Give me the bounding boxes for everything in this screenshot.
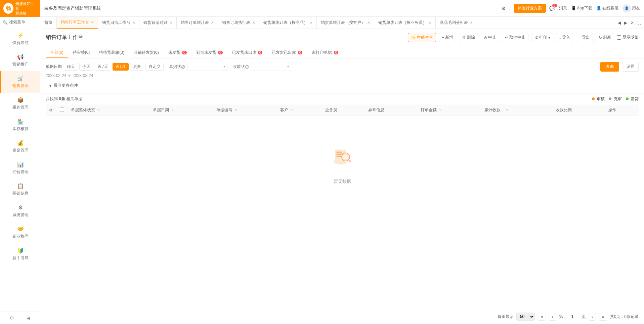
print-btn[interactable]: 🖨 打印 ▾	[531, 33, 553, 42]
sidebar-item-label: 营销推广	[12, 62, 29, 67]
filter-tab-shipped-out[interactable]: 已发货已出库 0	[267, 48, 307, 58]
date-btn-custom[interactable]: 自定义	[145, 63, 164, 71]
payment-select[interactable]	[251, 63, 291, 71]
settings-bottom-btn[interactable]: ⚙	[10, 315, 14, 321]
filter-tab-pending-inspect[interactable]: 待拣货装箱(0)	[94, 48, 129, 58]
date-btn-1month[interactable]: 近1月	[113, 63, 129, 71]
sidebar-item-enterprise[interactable]: 🤝 企业协同	[0, 222, 40, 243]
tab-sales-stats[interactable]: 销售订单统计表 ✕	[177, 17, 218, 29]
expand-conditions-btn[interactable]: ▼ 展开更多条件	[46, 81, 639, 90]
cancel-pause-btn[interactable]: ↩ 取消中止	[502, 33, 528, 42]
sidebar-item-finance[interactable]: 💰 资金管理	[0, 136, 40, 157]
delete-btn[interactable]: 🗑 删除	[459, 33, 478, 42]
filter-tab-wangpu-ship[interactable]: 旺铺待发货(0)	[129, 48, 164, 58]
tab-sales-exec[interactable]: 销售订单执行表 ✕	[218, 17, 259, 29]
date-btn-more[interactable]: 更多	[130, 63, 144, 71]
refresh-btn[interactable]: ↻ 刷新	[596, 33, 614, 42]
tab-close-icon[interactable]: ✕	[470, 21, 473, 25]
sidebar-item-label: 采购管理	[12, 105, 29, 110]
user-menu[interactable]: 👤 用友	[622, 4, 640, 12]
next-page-btn[interactable]: ›	[589, 313, 596, 321]
add-btn[interactable]: + 新增	[439, 33, 456, 42]
sidebar-item-basic-info[interactable]: 📋 基础信息	[0, 179, 40, 200]
industry-btn[interactable]: 体验行业方案	[514, 4, 546, 13]
search-action-btns: 查询 设置	[600, 62, 639, 72]
print-dropdown-icon: ▾	[548, 35, 550, 40]
sidebar-item-marketing[interactable]: 📢 营销推广	[0, 50, 40, 71]
tab-close-icon[interactable]: ✕	[367, 21, 370, 25]
sort-customer-icon[interactable]: ⇅	[290, 108, 293, 112]
sidebar-item-quick-nav[interactable]: ⚡ 快捷导航	[0, 28, 40, 50]
message-btn[interactable]: 💬 6	[549, 6, 555, 11]
sort-amount-icon[interactable]: ⇅	[439, 108, 442, 112]
sidebar-item-inventory[interactable]: 🏪 库存核算	[0, 114, 40, 136]
tab-fullscreen-btn[interactable]: ⛶	[636, 20, 643, 26]
tab-close-icon[interactable]: ✕	[91, 21, 94, 24]
tab-close-icon[interactable]: ✕	[310, 21, 312, 25]
last-page-btn[interactable]: »	[599, 313, 607, 321]
col-settings-icon[interactable]: ⚙	[49, 108, 53, 113]
sidebar-item-sales[interactable]: 🛒 销售管理	[0, 71, 40, 93]
sidebar-item-label: 经营管理	[12, 169, 29, 175]
prev-page-btn[interactable]: ‹	[549, 313, 556, 321]
col-amount: 订单金额 ⇅	[417, 105, 481, 116]
sort-date-icon[interactable]: ⇅	[171, 108, 174, 112]
workspace-title: 销售订单工作台	[46, 34, 83, 41]
status-select[interactable]	[187, 63, 227, 71]
search-menu[interactable]: 🔍 搜索菜单	[0, 17, 40, 28]
filter-tab-not-printed[interactable]: 未打印单据 0	[307, 48, 343, 58]
sidebar-item-system[interactable]: ⚙ 系统管理	[0, 200, 40, 222]
sort-number-icon[interactable]: ⇅	[235, 108, 238, 112]
tab-home[interactable]: 首页	[40, 17, 57, 29]
filter-tab-overdue-ship[interactable]: 到期未发货 0	[191, 48, 227, 58]
date-btn-7days[interactable]: 近7天	[95, 63, 111, 71]
tab-gross-margin[interactable]: 商品毛利分析表 ✕	[436, 17, 477, 29]
sort-collected-icon[interactable]: ⇅	[506, 108, 509, 112]
tab-close-icon[interactable]: ✕	[211, 21, 214, 25]
total-records: 共0页，0条记录	[610, 314, 639, 320]
header-settings-icon[interactable]: ⚙	[502, 6, 506, 11]
tab-sales-workbench[interactable]: 销售订单工作台 ✕	[57, 17, 98, 29]
collapse-btn[interactable]: ◀	[27, 315, 30, 321]
h-scroll[interactable]	[40, 305, 644, 309]
select-all-checkbox[interactable]	[60, 108, 64, 112]
show-detail-label[interactable]: 显示明细	[617, 35, 639, 40]
smart-create-btn[interactable]: ✨ 智能生单	[408, 33, 436, 42]
filter-tab-shipped-not-out[interactable]: 已发货未出库 0	[227, 48, 267, 58]
setting-btn[interactable]: 设置	[622, 62, 639, 72]
sort-status-icon[interactable]: ⇅	[97, 108, 100, 112]
search-btn[interactable]: 查询	[600, 62, 619, 72]
tab-cash-reconcile[interactable]: 钱货日清对账 ✕	[139, 17, 177, 29]
export-btn[interactable]: ↑ 导出	[576, 33, 593, 42]
show-detail-checkbox[interactable]	[617, 35, 621, 40]
tab-prev-btn[interactable]: ◀	[616, 20, 622, 26]
sidebar-item-purchase[interactable]: 📦 采购管理	[0, 93, 40, 114]
import-btn[interactable]: ↓ 导入	[556, 33, 573, 42]
page-input[interactable]	[566, 313, 579, 320]
tab-close-icon[interactable]: ✕	[170, 21, 172, 25]
filter-tab-pending-review[interactable]: 待审核(0)	[68, 48, 95, 58]
tab-sales-summary-customer[interactable]: 销货单统计表（按客户） ✕	[317, 17, 374, 29]
first-page-btn[interactable]: «	[538, 313, 546, 321]
tab-sales-summary-product[interactable]: 销货单统计表（按商品） ✕	[259, 17, 317, 29]
tab-cash-daily[interactable]: 钱货日清工作台 ✕	[98, 17, 139, 29]
date-btn-yesterday[interactable]: 昨天	[64, 63, 78, 71]
online-service-btn[interactable]: 👤 在线客服	[596, 5, 618, 11]
tab-close-all-btn[interactable]: ✕	[629, 20, 635, 26]
tab-close-icon[interactable]: ✕	[429, 21, 431, 25]
tab-next-btn[interactable]: ▶	[623, 20, 629, 26]
pause-btn[interactable]: ⊘ 中止	[481, 33, 499, 42]
col-date: 单据日期 ⇅	[149, 105, 213, 116]
date-btn-today[interactable]: 今天	[79, 63, 93, 71]
filter-tab-not-shipped[interactable]: 未发货 0	[164, 48, 191, 58]
tab-sales-summary-staff[interactable]: 销货单统计表（按业务员） ✕	[374, 17, 436, 29]
sidebar-item-guide[interactable]: 🔰 新手引导	[0, 243, 40, 265]
sidebar-item-label: 快捷导航	[12, 40, 29, 46]
app-download-btn[interactable]: 📱 App下载	[571, 5, 592, 11]
tab-close-icon[interactable]: ✕	[252, 21, 255, 25]
filter-tabs: 全部(0) 待审核(0) 待拣货装箱(0) 旺铺待发货(0) 未发货 0 到期未…	[40, 45, 644, 58]
page-size-select[interactable]: 50 10 20 100	[516, 313, 535, 321]
tab-close-icon[interactable]: ✕	[132, 21, 135, 25]
filter-tab-all[interactable]: 全部(0)	[46, 48, 68, 58]
sidebar-item-operations[interactable]: 📊 经营管理	[0, 157, 40, 179]
